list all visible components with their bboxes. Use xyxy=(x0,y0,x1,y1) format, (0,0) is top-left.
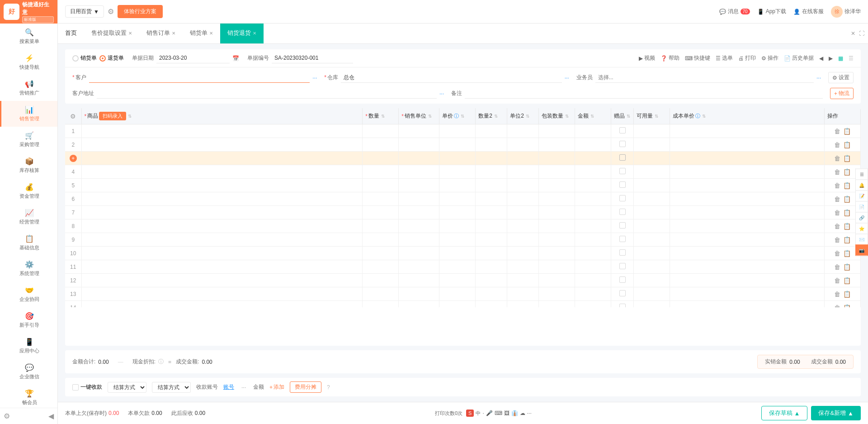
doc-no-input[interactable] xyxy=(272,53,353,63)
row-2-unit[interactable] xyxy=(399,138,439,152)
save-draft-btn[interactable]: 保存草稿 ▲ xyxy=(761,406,808,420)
one-click-checkbox[interactable]: 一键收款 xyxy=(72,383,102,391)
select-btn[interactable]: ☰ 选单 xyxy=(716,54,733,62)
row-3-unit2[interactable] xyxy=(507,152,539,165)
row-1-price[interactable] xyxy=(439,124,476,138)
float-btn-5[interactable]: 🔗 xyxy=(855,212,868,223)
delete-icon-5[interactable]: 🗑 xyxy=(834,182,840,189)
remark-input[interactable] xyxy=(465,88,823,99)
delete-icon-1[interactable]: 🗑 xyxy=(834,128,840,135)
gift-checkbox-1[interactable] xyxy=(619,127,626,133)
copy-icon-2[interactable]: 📋 xyxy=(843,141,851,148)
copy-icon-4[interactable]: 📋 xyxy=(843,168,851,176)
delete-icon-6[interactable]: 🗑 xyxy=(834,195,840,203)
nav-prev-icon[interactable]: ◀ xyxy=(819,55,823,62)
staff-ellipsis[interactable]: ··· xyxy=(816,75,821,81)
sidebar-item-wechat[interactable]: 💬 企业微信 xyxy=(0,359,57,385)
message-btn[interactable]: 💬 消息 70 xyxy=(719,8,750,15)
add-payment-btn[interactable]: + 添加 xyxy=(269,383,284,391)
sidebar-settings-btn[interactable]: ⚙ xyxy=(4,412,10,420)
delete-icon-14[interactable]: 🗑 xyxy=(834,304,840,308)
delete-icon-9[interactable]: 🗑 xyxy=(834,236,840,243)
sidebar-item-search[interactable]: 🔍 搜索菜单 xyxy=(0,24,57,49)
shortcut-btn[interactable]: ⌨ 快捷键 xyxy=(685,54,710,62)
experience-btn[interactable]: 体验行业方案 xyxy=(118,5,163,18)
address-input[interactable] xyxy=(97,88,437,99)
gift-checkbox-5[interactable] xyxy=(619,181,626,188)
row-3-cost[interactable] xyxy=(670,152,825,165)
app-download-btn[interactable]: 📱 App下载 xyxy=(757,8,786,15)
sidebar-item-operation[interactable]: 📈 经营管理 xyxy=(0,204,57,230)
topbar-settings-icon[interactable]: ⚙ xyxy=(108,7,114,16)
delete-icon-3[interactable]: 🗑 xyxy=(834,155,840,162)
row-2-qty[interactable] xyxy=(363,138,399,152)
video-btn[interactable]: ▶ 视频 xyxy=(639,54,655,62)
customer-ellipsis[interactable]: ··· xyxy=(312,75,317,81)
fee-help-icon[interactable]: ? xyxy=(327,384,330,391)
sidebar-item-inventory[interactable]: 📦 库存核算 xyxy=(0,152,57,178)
row-2-gift[interactable] xyxy=(611,138,634,152)
operate-btn[interactable]: ⚙ 操作 xyxy=(761,54,778,62)
row-2-cost[interactable] xyxy=(670,138,825,152)
account-link[interactable]: 账号 xyxy=(223,383,234,391)
delete-icon-4[interactable]: 🗑 xyxy=(834,168,840,176)
float-btn-8[interactable]: 📷 xyxy=(855,244,868,256)
delete-icon-10[interactable]: 🗑 xyxy=(834,250,840,257)
copy-icon-13[interactable]: 📋 xyxy=(843,291,851,298)
table-settings-icon[interactable]: ⚙ xyxy=(70,113,76,120)
add-logistics-btn[interactable]: + 物流 xyxy=(830,88,854,99)
online-service-btn[interactable]: 👤 在线客服 xyxy=(793,8,824,15)
sidebar-collapse-btn[interactable]: ◀ xyxy=(48,412,54,420)
tab-sales-order[interactable]: 销售订单 ✕ xyxy=(139,24,183,43)
row-2-available[interactable] xyxy=(634,138,670,152)
gift-checkbox-12[interactable] xyxy=(619,276,626,283)
row-3-available[interactable] xyxy=(634,152,670,165)
float-btn-1[interactable]: ☰ xyxy=(855,168,868,179)
copy-icon-8[interactable]: 📋 xyxy=(843,223,851,230)
delete-icon-7[interactable]: 🗑 xyxy=(834,209,840,216)
gift-checkbox-2[interactable] xyxy=(619,141,626,147)
gift-checkbox-11[interactable] xyxy=(619,263,626,269)
save-new-btn[interactable]: 保存&新增 ▲ xyxy=(811,406,861,420)
row-1-product[interactable] xyxy=(81,124,363,138)
row-1-qty[interactable] xyxy=(363,124,399,138)
gift-checkbox-7[interactable] xyxy=(619,209,626,215)
sidebar-item-basic[interactable]: 📋 基础信息 xyxy=(0,230,57,256)
user-avatar[interactable]: 徐 徐泽华 xyxy=(831,6,861,18)
delete-icon-11[interactable]: 🗑 xyxy=(834,263,840,271)
history-btn[interactable]: 📄 历史单据 xyxy=(784,54,814,62)
sidebar-item-system[interactable]: ⚙️ 系统管理 xyxy=(0,256,57,281)
help-btn[interactable]: ❓ 帮助 xyxy=(660,54,679,62)
print-btn[interactable]: 🖨 打印 xyxy=(738,54,756,62)
tab-close-sales-order[interactable]: ✕ xyxy=(172,31,175,36)
tab-window-close-icon[interactable]: ✕ xyxy=(851,30,855,37)
delete-icon-13[interactable]: 🗑 xyxy=(834,291,840,298)
float-btn-6[interactable]: ⭐ xyxy=(855,223,868,233)
row-3-gift[interactable] xyxy=(611,152,634,165)
sidebar-item-marketing[interactable]: 📢 营销推广 xyxy=(0,75,57,101)
copy-icon-12[interactable]: 📋 xyxy=(843,277,851,284)
row-1-available[interactable] xyxy=(634,124,670,138)
delete-icon-12[interactable]: 🗑 xyxy=(834,277,840,284)
row-1-unit2[interactable] xyxy=(507,124,539,138)
row-1-amount[interactable] xyxy=(575,124,611,138)
delete-icon-2[interactable]: 🗑 xyxy=(834,141,840,148)
copy-icon-11[interactable]: 📋 xyxy=(843,263,851,271)
settings-btn[interactable]: ⚙ 设置 xyxy=(828,72,854,83)
row-1-qty2[interactable] xyxy=(476,124,507,138)
row-3-qty2[interactable] xyxy=(476,152,507,165)
discount-help-icon[interactable]: ⓘ xyxy=(158,358,164,366)
tab-sales-return[interactable]: 销货退货 ✕ xyxy=(220,24,264,43)
tab-sale-price[interactable]: 售价提取设置 ✕ xyxy=(84,24,139,43)
float-btn-3[interactable]: 📝 xyxy=(855,190,868,201)
row-1-unit[interactable] xyxy=(399,124,439,138)
tab-sales-delivery[interactable]: 销货单 ✕ xyxy=(183,24,220,43)
row-3-amount[interactable] xyxy=(575,152,611,165)
tab-close-sales-delivery[interactable]: ✕ xyxy=(209,31,213,36)
nav-next-icon[interactable]: ▶ xyxy=(829,55,833,62)
row-3-unit[interactable] xyxy=(399,152,439,165)
one-click-check[interactable] xyxy=(72,384,79,391)
tab-home[interactable]: 首页 xyxy=(58,24,84,43)
copy-icon-5[interactable]: 📋 xyxy=(843,182,851,189)
sidebar-item-finance[interactable]: 💰 资金管理 xyxy=(0,178,57,204)
